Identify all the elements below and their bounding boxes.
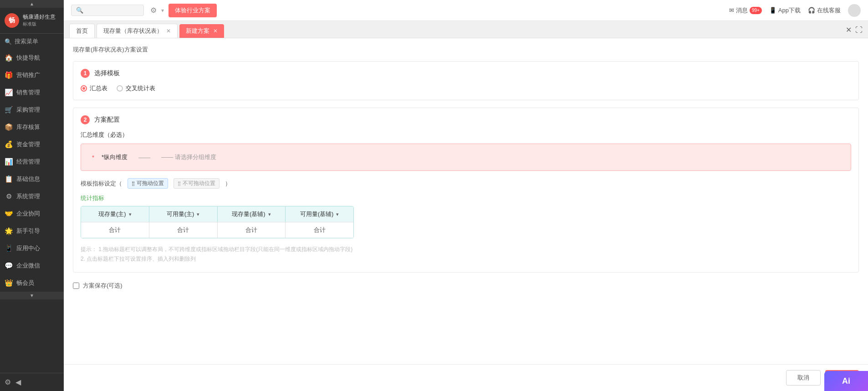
sidebar-item-operations[interactable]: 📊 经营管理 bbox=[0, 153, 64, 170]
col1-chevron: ▾ bbox=[129, 211, 132, 217]
stats-header-col1[interactable]: 现存量(主) ▾ bbox=[81, 206, 149, 222]
template-radio-group: 汇总表 交叉统计表 bbox=[81, 84, 851, 93]
sidebar-bottom: ⚙ ◀ bbox=[0, 373, 64, 391]
sidebar-item-purchase[interactable]: 🛒 采购管理 bbox=[0, 101, 64, 118]
tab-new-plan[interactable]: 新建方案 ✕ bbox=[179, 24, 224, 38]
topbar-gear-icon[interactable]: ⚙ bbox=[150, 6, 157, 15]
messages-button[interactable]: ✉ 消息 99+ bbox=[729, 6, 762, 15]
radio-cross-dot bbox=[117, 85, 123, 92]
stats-table-header: 现存量(主) ▾ 可用量(主) ▾ 现存量(基辅) ▾ 可用量(基辅) ▾ bbox=[81, 206, 353, 222]
sidebar-item-corp-collab[interactable]: 🤝 企业协同 bbox=[0, 205, 64, 222]
sidebar-item-wechat[interactable]: 💬 企业微信 bbox=[0, 257, 64, 274]
online-service-button[interactable]: 🎧 在线客服 bbox=[808, 6, 841, 15]
stats-header-col3[interactable]: 现存量(基辅) ▾ bbox=[218, 206, 286, 222]
section1-number: 1 bbox=[81, 69, 90, 78]
section2-title: 方案配置 bbox=[94, 116, 120, 124]
sidebar-item-sales[interactable]: 📈 销售管理 bbox=[0, 84, 64, 101]
tab-inventory-close[interactable]: ✕ bbox=[166, 28, 171, 34]
radio-summary-table[interactable]: 汇总表 bbox=[81, 84, 107, 93]
search-icon: 🔍 bbox=[5, 38, 12, 45]
stats-table-body: 合计 合计 合计 合计 bbox=[81, 222, 353, 238]
topbar: 🔍 ⚙ ▾ 体验行业方案 ✉ 消息 99+ 📱 App下载 🎧 在线客服 bbox=[64, 0, 868, 21]
non-drag-indicator: ⣿ bbox=[178, 181, 181, 186]
section1-header: 1 选择模板 bbox=[81, 69, 851, 78]
tip-2: 2. 点击标题栏下拉可设置排序、插入列和删除列 bbox=[81, 255, 851, 263]
chat-icon: 💬 bbox=[5, 262, 13, 270]
save-checkbox[interactable] bbox=[73, 283, 79, 289]
app-edition: 标准版 bbox=[23, 21, 56, 27]
topbar-search-box[interactable]: 🔍 bbox=[71, 5, 144, 16]
settings-bottom-icon[interactable]: ⚙ bbox=[5, 378, 11, 386]
panel-expand-button[interactable]: ⛶ bbox=[855, 26, 863, 34]
service-icon: 🎧 bbox=[808, 7, 815, 14]
indicator-setting-row: 模板指标设定（ ⣿ 可拖动位置 ⣿ 不可拖动位置 ） bbox=[81, 178, 851, 189]
section-choose-template: 1 选择模板 汇总表 交叉统计表 bbox=[73, 61, 859, 100]
download-icon: 📱 bbox=[769, 7, 776, 14]
sidebar-item-inventory[interactable]: 📦 库存核算 bbox=[0, 118, 64, 136]
section2-header: 2 方案配置 bbox=[81, 115, 851, 124]
home-icon: 🏠 bbox=[5, 54, 13, 62]
message-icon: ✉ bbox=[729, 7, 734, 14]
sidebar-logo: 畅 畅康通好生意 标准版 bbox=[0, 8, 64, 34]
stats-header-col2[interactable]: 可用量(主) ▾ bbox=[149, 206, 218, 222]
tab-inventory[interactable]: 现存量（库存状况表） ✕ bbox=[97, 24, 178, 38]
trial-button[interactable]: 体验行业方案 bbox=[168, 4, 217, 17]
summary-dimension-label: 汇总维度（必选） bbox=[81, 131, 851, 139]
vertical-dimension-selector[interactable]: * *纵向维度 —— —— 请选择分组维度 bbox=[81, 144, 851, 171]
section2-number: 2 bbox=[81, 115, 90, 124]
chart-icon: 📊 bbox=[5, 158, 13, 166]
sidebar-item-member[interactable]: 👑 畅会员 bbox=[0, 274, 64, 292]
dimension-dash: —— bbox=[138, 154, 150, 161]
sidebar-item-marketing[interactable]: 🎁 营销推广 bbox=[0, 67, 64, 84]
sidebar-item-system[interactable]: ⚙ 系统管理 bbox=[0, 188, 64, 205]
sidebar-item-app-center[interactable]: 📱 应用中心 bbox=[0, 240, 64, 257]
col3-chevron: ▾ bbox=[268, 211, 271, 217]
topbar-dropdown-icon[interactable]: ▾ bbox=[161, 7, 164, 14]
sidebar-item-finance[interactable]: 💰 资金管理 bbox=[0, 136, 64, 153]
sidebar-item-quick-nav[interactable]: 🏠 快捷导航 bbox=[0, 49, 64, 67]
topbar-search-input[interactable] bbox=[86, 7, 132, 14]
gift-icon: 🎁 bbox=[5, 71, 13, 79]
save-label: 方案保存(可选) bbox=[83, 282, 123, 290]
clipboard-icon: 📋 bbox=[5, 175, 13, 183]
tabbar: 首页 现存量（库存状况表） ✕ 新建方案 ✕ ✕ ⛶ bbox=[64, 21, 868, 38]
handshake-icon: 🤝 bbox=[5, 210, 13, 218]
cancel-button[interactable]: 取消 bbox=[786, 370, 821, 386]
user-avatar[interactable] bbox=[848, 4, 861, 17]
app-download-button[interactable]: 📱 App下载 bbox=[769, 6, 801, 15]
tips-section: 提示： 1.拖动标题栏可以调整布局，不可跨维度或指标区域拖动栏目字段(只能在同一… bbox=[81, 246, 851, 263]
stats-body-col1: 合计 bbox=[81, 222, 149, 238]
dimension-placeholder: —— 请选择分组维度 bbox=[161, 153, 216, 161]
sidebar-item-new-guide[interactable]: 🌟 新手引导 bbox=[0, 222, 64, 240]
non-draggable-badge: ⣿ 不可拖动位置 bbox=[174, 178, 220, 189]
footer-actions: 取消 查询 bbox=[64, 364, 868, 391]
vertical-dimension-label: *纵向维度 bbox=[102, 153, 128, 161]
star-icon: 🌟 bbox=[5, 227, 13, 235]
ai-float-button[interactable]: Ai bbox=[824, 371, 868, 391]
col2-chevron: ▾ bbox=[197, 211, 199, 217]
sidebar-scroll-up[interactable]: ▲ bbox=[0, 0, 64, 8]
stats-section-title: 统计指标 bbox=[81, 194, 851, 202]
stats-header-col4[interactable]: 可用量(基辅) ▾ bbox=[286, 206, 353, 222]
app-icon: 📱 bbox=[5, 244, 13, 252]
page-title: 现存量(库存状况表)方案设置 bbox=[73, 46, 859, 54]
sidebar-item-base-info[interactable]: 📋 基础信息 bbox=[0, 170, 64, 188]
stats-body-col3: 合计 bbox=[218, 222, 286, 238]
stats-body-col4: 合计 bbox=[286, 222, 353, 238]
sidebar-search-menu[interactable]: 🔍 搜索菜单 bbox=[0, 34, 64, 49]
tip-1: 提示： 1.拖动标题栏可以调整布局，不可跨维度或指标区域拖动栏目字段(只能在同一… bbox=[81, 246, 851, 253]
radio-cross-table[interactable]: 交叉统计表 bbox=[117, 84, 155, 93]
indicator-setting-suffix: ） bbox=[225, 180, 231, 188]
required-star: * bbox=[92, 154, 94, 161]
tab-new-plan-close[interactable]: ✕ bbox=[213, 28, 218, 34]
panel-close-button[interactable]: ✕ bbox=[846, 26, 852, 34]
stats-table: 现存量(主) ▾ 可用量(主) ▾ 现存量(基辅) ▾ 可用量(基辅) ▾ bbox=[81, 206, 354, 238]
col4-chevron: ▾ bbox=[336, 211, 339, 217]
save-row: 方案保存(可选) bbox=[73, 282, 859, 290]
collapse-icon[interactable]: ◀ bbox=[15, 378, 21, 386]
sidebar-scroll-down[interactable]: ▼ bbox=[0, 292, 64, 299]
section-plan-config: 2 方案配置 汇总维度（必选） * *纵向维度 —— —— 请选择分组维度 模板… bbox=[73, 108, 859, 273]
draggable-badge: ⣿ 可拖动位置 bbox=[128, 178, 168, 189]
gear-sidebar-icon: ⚙ bbox=[5, 192, 13, 201]
tab-home[interactable]: 首页 bbox=[69, 24, 95, 38]
